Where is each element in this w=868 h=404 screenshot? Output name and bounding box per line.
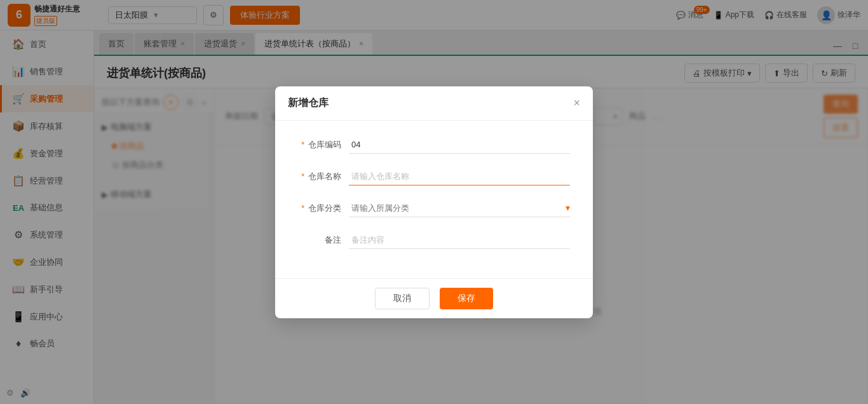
category-select-input[interactable] [349,199,566,217]
save-button[interactable]: 保存 [440,288,493,309]
form-row-code: * 仓库编码 [298,136,570,154]
modal-header: 新增仓库 × [275,86,593,121]
name-label: * 仓库名称 [298,171,349,182]
modal-overlay: 新增仓库 × * 仓库编码 * 仓库名称 [0,0,868,404]
remark-input[interactable] [349,231,570,249]
warehouse-name-input[interactable] [349,168,570,185]
modal-close-button[interactable]: × [573,97,580,109]
warehouse-code-input[interactable] [349,136,570,154]
form-row-remark: 备注 [298,231,570,249]
category-label: * 仓库分类 [298,203,349,214]
cancel-button[interactable]: 取消 [375,288,430,309]
category-select-wrapper: ▾ [349,199,570,217]
modal-footer: 取消 保存 [275,278,593,318]
form-row-category: * 仓库分类 ▾ [298,199,570,217]
new-warehouse-modal: 新增仓库 × * 仓库编码 * 仓库名称 [275,86,593,318]
modal-body: * 仓库编码 * 仓库名称 * 仓库分类 [275,121,593,278]
code-label: * 仓库编码 [298,139,349,151]
form-row-name: * 仓库名称 [298,168,570,185]
modal-title: 新增仓库 [288,97,329,110]
remark-label: 备注 [298,234,349,246]
category-arrow-icon: ▾ [566,203,570,213]
